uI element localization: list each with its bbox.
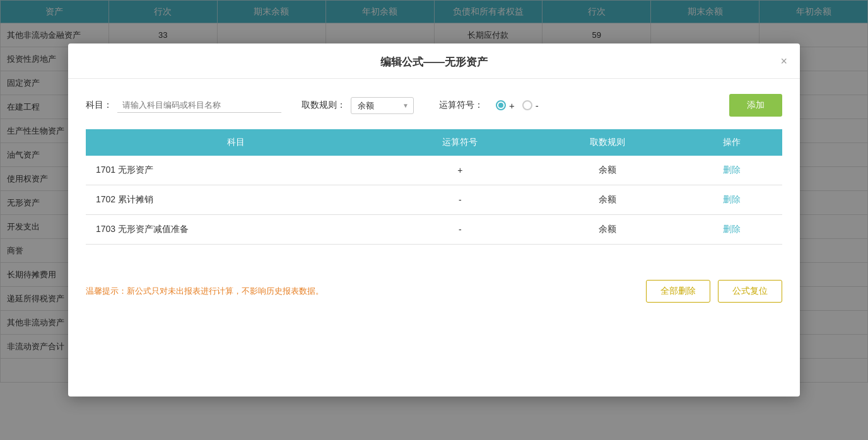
modal-footer: 温馨提示：新公式只对未出报表进行计算，不影响历史报表数据。 全部删除 公式复位 [68, 272, 800, 315]
modal-body: 科目： 取数规则： 余额 借方 贷方 借方发生额 贷方发生额 ▼ [68, 79, 800, 272]
close-icon[interactable]: × [780, 55, 787, 67]
formula-operator-cell: - [386, 185, 534, 215]
footer-tip: 温馨提示：新公式只对未出报表进行计算，不影响历史报表数据。 [86, 286, 324, 297]
operator-minus-radio[interactable]: - [522, 100, 539, 111]
reset-formula-button[interactable]: 公式复位 [718, 280, 782, 303]
formula-action-cell: 删除 [681, 156, 782, 185]
formula-action-cell: 删除 [681, 215, 782, 245]
formula-rule-cell: 余额 [534, 185, 681, 215]
subject-input[interactable] [117, 98, 281, 113]
form-row: 科目： 取数规则： 余额 借方 贷方 借方发生额 贷方发生额 ▼ [86, 94, 782, 117]
operator-group: 运算符号： + - [439, 100, 539, 111]
delete-row-button[interactable]: 删除 [723, 194, 741, 204]
formula-row: 1702 累计摊销-余额删除 [86, 185, 782, 215]
formula-rule-cell: 余额 [534, 215, 681, 245]
formula-subject-cell: 1703 无形资产减值准备 [86, 215, 386, 245]
operator-plus-radio[interactable]: + [496, 100, 515, 111]
footer-buttons: 全部删除 公式复位 [646, 280, 782, 303]
rule-select[interactable]: 余额 借方 贷方 借方发生额 贷方发生额 [351, 97, 414, 114]
operator-label: 运算符号： [439, 100, 483, 111]
rule-label: 取数规则： [302, 100, 346, 111]
modal-dialog: 编辑公式——无形资产 × 科目： 取数规则： 余额 借方 [68, 43, 800, 397]
formula-operator-cell: - [386, 215, 534, 245]
add-button[interactable]: 添加 [729, 94, 782, 117]
formula-subject-cell: 1701 无形资产 [86, 156, 386, 185]
operator-plus-label: + [509, 100, 515, 111]
rule-group: 取数规则： 余额 借方 贷方 借方发生额 贷方发生额 ▼ [302, 97, 414, 114]
formula-action-cell: 删除 [681, 185, 782, 215]
delete-all-button[interactable]: 全部删除 [646, 280, 710, 303]
formula-subject-cell: 1702 累计摊销 [86, 185, 386, 215]
radio-minus-icon [522, 100, 532, 110]
formula-table: 科目 运算符号 取数规则 操作 1701 无形资产+余额删除1702 累计摊销-… [86, 129, 782, 245]
table-header-subject: 科目 [86, 129, 386, 156]
delete-row-button[interactable]: 删除 [723, 165, 741, 175]
operator-minus-label: - [536, 100, 539, 111]
modal-title: 编辑公式——无形资产 [380, 55, 488, 69]
formula-rule-cell: 余额 [534, 156, 681, 185]
formula-row: 1701 无形资产+余额删除 [86, 156, 782, 185]
table-header-action: 操作 [681, 129, 782, 156]
subject-group: 科目： [86, 98, 281, 113]
radio-plus-icon [496, 100, 506, 110]
modal-overlay: 编辑公式——无形资产 × 科目： 取数规则： 余额 借方 [0, 0, 868, 440]
table-header-rule: 取数规则 [534, 129, 681, 156]
formula-operator-cell: + [386, 156, 534, 185]
formula-row: 1703 无形资产减值准备-余额删除 [86, 215, 782, 245]
delete-row-button[interactable]: 删除 [723, 224, 741, 234]
subject-label: 科目： [86, 100, 112, 111]
table-header-operator: 运算符号 [386, 129, 534, 156]
modal-header: 编辑公式——无形资产 × [68, 43, 800, 79]
rule-select-wrapper: 余额 借方 贷方 借方发生额 贷方发生额 ▼ [351, 97, 414, 114]
